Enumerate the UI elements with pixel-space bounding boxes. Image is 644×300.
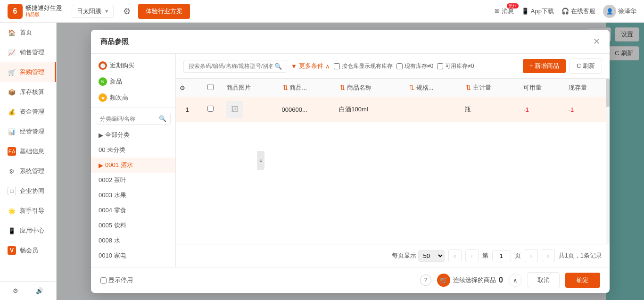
table-row[interactable]: 1 🖼 000600... 白酒100ml [176,97,610,122]
sort-icon-unit: ⇅ [466,84,471,91]
category-0003[interactable]: 0003 水果 [91,188,175,203]
sidebar-item-finance[interactable]: 💰 资金管理 [0,102,56,122]
col-checkbox[interactable] [199,79,223,97]
col-gear[interactable]: ⚙ [176,79,199,97]
add-product-button[interactable]: + 新增商品 [523,59,566,73]
cat-0004-label: 0004 零食 [99,206,126,215]
warehouse-stock-check[interactable] [334,63,340,69]
collapse-panel-button[interactable]: « [257,151,264,170]
store-name: 日太阳膜 [77,7,101,16]
sidebar-item-system[interactable]: ⚙ 系统管理 [0,161,56,181]
per-page-label: 每页显示 [392,251,416,260]
category-0004[interactable]: 0004 零食 [91,203,175,218]
page-number-input[interactable] [492,250,511,261]
sidebar-item-purchase-label: 采购管理 [20,68,44,76]
per-page-selector[interactable]: 每页显示 50 100 200 [392,250,445,262]
sidebar-item-guide[interactable]: 🌟 新手引导 [0,201,56,221]
row-checkbox-cell[interactable] [199,97,223,122]
stock-nonzero-checkbox[interactable]: 现有库存≠0 [396,62,433,70]
enterprise-icon: □ [8,187,16,195]
col-unit[interactable]: ⇅ 主计量 [461,79,520,97]
sidebar-item-inventory-label: 库存核算 [20,88,44,96]
disabled-check[interactable] [100,277,107,283]
category-search-icon[interactable]: 🔍 [159,115,166,122]
footer-collapse-button[interactable]: ∧ [509,274,522,287]
nav-right-area: ✉ 消息 99+ 📱 App下载 🎧 在线客服 👤 徐泽华 [495,5,636,18]
product-reference-modal: 商品参照 ✕ 🕐 近期购买 N 新品 [91,30,610,293]
category-0001[interactable]: ▶ 0001 酒水 [91,158,175,173]
sidebar-item-apps[interactable]: 📱 应用中心 [0,221,56,241]
col-code[interactable]: ⇅ 商品... [278,79,336,97]
next-page-button[interactable]: › [525,249,538,262]
main-layout: 🏠 首页 📈 销售管理 🛒 采购管理 📦 库存核算 💰 资金管理 📊 经营管理 … [0,23,644,300]
user-profile[interactable]: 👤 徐泽华 [603,5,636,18]
filter-label: 更多条件 [299,62,323,70]
confirm-button[interactable]: 确定 [565,273,600,288]
category-all[interactable]: ▶ 全部分类 [91,127,175,142]
sidebar-item-purchase[interactable]: 🛒 采购管理 [0,62,56,82]
available-nonzero-checkbox[interactable]: 可用库存≠0 [437,62,474,70]
category-0005[interactable]: 0005 饮料 [91,218,175,233]
sidebar-item-inventory[interactable]: 📦 库存核算 [0,82,56,102]
sort-icon-name: ⇅ [340,84,345,91]
settings-icon[interactable]: ⚙ [119,4,134,19]
cart-area[interactable]: 🛒 连续选择的商品 0 [437,274,503,287]
table-scrollbar[interactable] [606,79,610,244]
product-search-box[interactable]: 🔍 [183,60,287,73]
total-records: 共1页，1条记录 [559,251,602,260]
cat-0003-label: 0003 水果 [99,191,126,200]
more-filters-button[interactable]: ▼ 更多条件 ∧ [291,62,330,70]
category-0002[interactable]: 0002 茶叶 [91,173,175,188]
messages-button[interactable]: ✉ 消息 99+ [495,7,514,16]
warehouse-stock-checkbox[interactable]: 按仓库显示现有库存 [334,62,393,70]
refresh-button[interactable]: C 刷新 [570,58,602,74]
select-all-checkbox[interactable] [207,84,214,90]
modal-title: 商品参照 [100,37,129,46]
category-search-box[interactable]: 🔍 [96,113,171,125]
category-00[interactable]: 00 未分类 [91,142,175,158]
category-0008[interactable]: 0008 水 [91,233,175,248]
available-nonzero-check[interactable] [437,63,443,69]
col-name[interactable]: ⇅ 商品名称 [335,79,405,97]
top-navigation: 6 畅捷通好生意 精品版 日太阳膜 ▾ ⚙ 体验行业方案 ✉ 消息 99+ 📱 … [0,0,644,23]
product-search-icon[interactable]: 🔍 [274,63,282,70]
online-service-button[interactable]: 🎧 在线客服 [561,7,595,16]
category-search-input[interactable] [100,116,159,122]
footer-right-area: ? 🛒 连续选择的商品 0 ∧ 取消 确定 [420,272,600,288]
cancel-button[interactable]: 取消 [528,272,560,288]
high-frequency-item[interactable]: ★ 频次高 [91,90,175,106]
row-checkbox[interactable] [207,106,214,112]
recent-purchases-item[interactable]: 🕐 近期购买 [91,58,175,74]
stock-nonzero-check[interactable] [396,63,403,69]
high-freq-label: 频次高 [110,93,128,102]
clock-icon: 🕐 [99,61,107,70]
first-page-button[interactable]: « [448,249,462,262]
show-disabled-checkbox[interactable]: 显示停用 [100,276,133,284]
app-download-button[interactable]: 📱 App下载 [521,7,554,16]
sidebar-item-home[interactable]: 🏠 首页 [0,23,56,42]
help-button[interactable]: ? [420,275,431,286]
sidebar-item-enterprise[interactable]: □ 企业协同 [0,181,56,201]
recent-purchases-label: 近期购买 [110,61,134,70]
sidebar-item-vip[interactable]: V 畅会员 [0,241,56,260]
logo-text-area: 畅捷通好生意 精品版 [25,4,62,18]
username: 徐泽华 [618,7,636,16]
sidebar-item-basic[interactable]: EA 基础信息 [0,142,56,161]
modal-footer: 显示停用 ? 🛒 连续选择的商品 0 ∧ [91,267,610,293]
sidebar-item-system-label: 系统管理 [20,167,44,175]
last-page-button[interactable]: » [542,249,555,262]
category-0010[interactable]: 0010 家电 [91,248,175,263]
experience-button[interactable]: 体验行业方案 [138,4,190,19]
settings-bottom-icon[interactable]: ⚙ [13,287,18,294]
inventory-icon: 📦 [8,88,16,96]
product-search-input[interactable] [189,63,272,69]
per-page-select[interactable]: 50 100 200 [418,250,445,262]
modal-close-button[interactable]: ✕ [593,36,600,47]
col-spec[interactable]: ⇅ 规格... [405,79,461,97]
prev-page-button[interactable]: ‹ [465,249,479,262]
sidebar-item-sales[interactable]: 📈 销售管理 [0,42,56,62]
new-products-item[interactable]: N 新品 [91,74,175,90]
sidebar-item-operations[interactable]: 📊 经营管理 [0,122,56,142]
store-selector[interactable]: 日太阳膜 ▾ [72,5,114,18]
volume-icon[interactable]: 🔊 [36,287,43,294]
